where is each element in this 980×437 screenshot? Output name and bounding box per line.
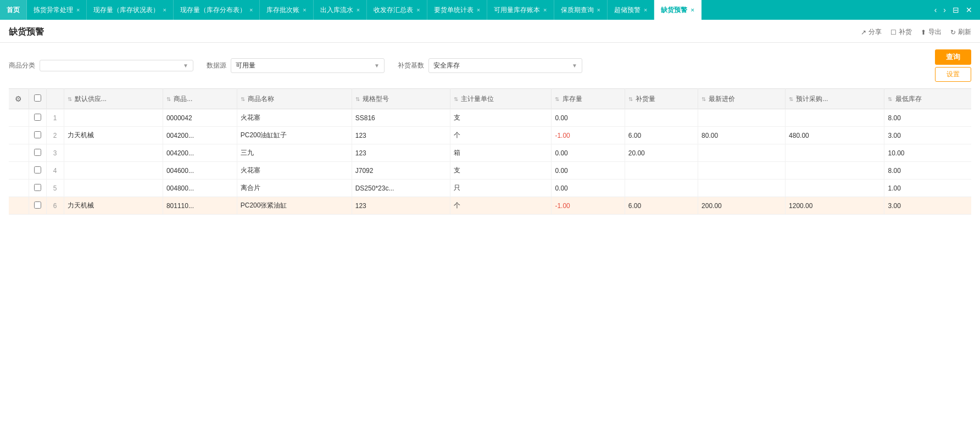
settings-button[interactable]: 设置 — [935, 67, 971, 82]
row-checkbox-4[interactable] — [34, 184, 41, 191]
row-code: 004200... — [163, 144, 237, 162]
row-latest-price — [698, 144, 786, 162]
row-num-cell: 4 — [46, 162, 64, 180]
row-code: 801110... — [163, 197, 237, 215]
nav-tab-overstock[interactable]: 超储预警 × — [608, 0, 654, 20]
row-checkbox-0[interactable] — [34, 114, 41, 121]
close-tab-inout[interactable]: × — [357, 7, 360, 13]
row-checkbox-cell[interactable] — [29, 144, 46, 162]
min-stock-sort-icon: ⇅ — [888, 96, 892, 102]
datasource-value: 可用量 — [236, 61, 255, 70]
row-min-stock: 8.00 — [884, 162, 971, 180]
row-settings-cell — [9, 162, 29, 180]
close-tab-available[interactable]: × — [543, 7, 547, 13]
category-filter: 商品分类 ▼ — [9, 60, 193, 71]
nav-tab-shortage[interactable]: 缺货预警 × — [654, 0, 701, 20]
row-estimated: 480.00 — [786, 127, 884, 144]
nav-tab-inventory-dist[interactable]: 现存量（库存分布表） × — [174, 0, 260, 20]
nav-tab-inventory-status[interactable]: 现存量（库存状况表） × — [87, 0, 173, 20]
row-estimated — [786, 144, 884, 162]
row-code: 0000042 — [163, 109, 237, 127]
row-checkbox-cell[interactable] — [29, 109, 46, 127]
header-actions: ↗ 分享 ☐ 补货 ⬆ 导出 ↻ 刷新 — [861, 27, 971, 37]
col-unit: ⇅ 主计量单位 — [450, 89, 552, 109]
nav-restore-btn[interactable]: ⊟ — [949, 5, 962, 14]
select-all-checkbox[interactable] — [34, 94, 41, 102]
table-row: 4 004600... 火花塞 J7092 支 0.00 8.00 — [9, 162, 971, 180]
row-replenish — [625, 109, 698, 127]
row-num-cell: 5 — [46, 180, 64, 197]
nav-tab-home[interactable]: 首页 — [0, 0, 27, 20]
nav-tab-process[interactable]: 拣货异常处理 × — [27, 0, 87, 20]
row-code: 004800... — [163, 180, 237, 197]
close-tab-overstock[interactable]: × — [644, 7, 647, 13]
row-settings-cell — [9, 197, 29, 215]
row-latest-price — [698, 162, 786, 180]
table-row: 1 0000042 火花塞 SS816 支 0.00 8.00 — [9, 109, 971, 127]
row-supplier — [64, 144, 163, 162]
nav-prev-btn[interactable]: ‹ — [931, 5, 940, 14]
replenish-button[interactable]: ☐ 补货 — [890, 27, 912, 37]
query-button[interactable]: 查询 — [935, 49, 971, 65]
nav-next-btn[interactable]: › — [940, 5, 949, 14]
refresh-button[interactable]: ↻ 刷新 — [950, 27, 971, 37]
unit-sort-icon: ⇅ — [454, 96, 458, 102]
col-name: ⇅ 商品名称 — [237, 89, 352, 109]
row-settings-cell — [9, 144, 29, 162]
row-settings-cell — [9, 127, 29, 144]
row-stock: 0.00 — [552, 162, 625, 180]
row-checkbox-cell[interactable] — [29, 180, 46, 197]
export-button[interactable]: ⬆ 导出 — [921, 27, 942, 37]
row-min-stock: 3.00 — [884, 127, 971, 144]
row-replenish — [625, 162, 698, 180]
row-latest-price — [698, 180, 786, 197]
action-buttons: 查询 设置 — [935, 49, 971, 82]
row-checkbox-cell[interactable] — [29, 197, 46, 215]
close-tab-receive[interactable]: × — [416, 7, 420, 13]
row-spec: 123 — [352, 144, 450, 162]
close-tab-shortage[interactable]: × — [691, 7, 694, 13]
close-tab-process[interactable]: × — [76, 7, 80, 13]
top-nav: 首页 拣货异常处理 × 现存量（库存状况表） × 现存量（库存分布表） × 库存… — [0, 0, 980, 20]
row-unit: 支 — [450, 162, 552, 180]
code-sort-icon: ⇅ — [166, 96, 171, 102]
estimated-sort-icon: ⇅ — [789, 96, 793, 102]
nav-tab-receive[interactable]: 收发存汇总表 × — [367, 0, 427, 20]
spec-sort-icon: ⇅ — [355, 96, 360, 102]
close-tab-demand[interactable]: × — [477, 7, 480, 13]
filter-area: 商品分类 ▼ 数据源 可用量 ▼ 补货基数 安全库存 ▼ 查询 设置 — [0, 43, 980, 88]
nav-tab-expiry[interactable]: 保质期查询 × — [554, 0, 608, 20]
row-name: PC200张紧油缸 — [237, 197, 352, 215]
column-settings-btn[interactable]: ⚙ — [13, 93, 24, 104]
close-tab-expiry[interactable]: × — [597, 7, 600, 13]
table-row: 6 力天机械 801110... PC200张紧油缸 123 个 -1.00 6… — [9, 197, 971, 215]
row-min-stock: 1.00 — [884, 180, 971, 197]
replenish-base-select[interactable]: 安全库存 ▼ — [428, 58, 582, 73]
nav-tab-available[interactable]: 可用量库存账本 × — [487, 0, 554, 20]
close-tab-batch[interactable]: × — [303, 7, 306, 13]
row-checkbox-5[interactable] — [34, 201, 41, 209]
row-checkbox-cell[interactable] — [29, 127, 46, 144]
nav-tab-batch[interactable]: 库存批次账 × — [260, 0, 313, 20]
name-sort-icon: ⇅ — [241, 96, 245, 102]
row-checkbox-2[interactable] — [34, 149, 41, 156]
nav-tab-inout[interactable]: 出入库流水 × — [314, 0, 367, 20]
category-select[interactable]: ▼ — [40, 60, 193, 71]
row-latest-price — [698, 109, 786, 127]
row-replenish — [625, 180, 698, 197]
close-tab-inventory-status[interactable]: × — [163, 7, 166, 13]
nav-controls: ‹ › ⊟ ✕ — [927, 5, 980, 14]
row-estimated — [786, 162, 884, 180]
replenish-base-filter: 补货基数 安全库存 ▼ — [398, 58, 582, 73]
share-button[interactable]: ↗ 分享 — [861, 27, 882, 37]
row-checkbox-3[interactable] — [34, 166, 41, 173]
col-rownum — [46, 89, 64, 109]
nav-close-btn[interactable]: ✕ — [962, 5, 976, 14]
refresh-icon: ↻ — [950, 29, 956, 36]
close-tab-inventory-dist[interactable]: × — [249, 7, 253, 13]
row-unit: 个 — [450, 197, 552, 215]
row-checkbox-cell[interactable] — [29, 162, 46, 180]
datasource-select[interactable]: 可用量 ▼ — [231, 58, 385, 73]
nav-tab-demand[interactable]: 要货单统计表 × — [427, 0, 487, 20]
row-checkbox-1[interactable] — [34, 131, 41, 138]
